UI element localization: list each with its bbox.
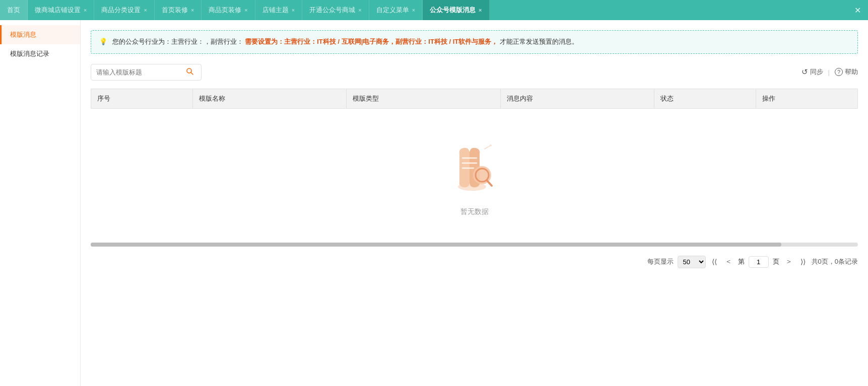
notice-box: 💡 您的公众号行业为：主营行业：，副营行业： 需要设置为：主营行业：IT科技 /… xyxy=(91,30,858,54)
close-all-button[interactable]: ✕ xyxy=(847,6,868,15)
notice-prefix: 您的公众号行业为：主营行业：，副营行业： xyxy=(112,38,243,45)
top-nav: 首页微商城店铺设置 ×商品分类设置 ×首页装修 ×商品页装修 ×店铺主题 ×开通… xyxy=(0,0,868,20)
main-content: 💡 您的公众号行业为：主营行业：，副营行业： 需要设置为：主营行业：IT科技 /… xyxy=(81,20,868,386)
col-header-message-content: 消息内容 xyxy=(500,89,654,108)
notice-highlight: 需要设置为：主营行业：IT科技 / 互联网|电子商务，副营行业：IT科技 / I… xyxy=(245,38,498,45)
tab-close-icon[interactable]: × xyxy=(358,7,361,13)
scroll-thumb xyxy=(91,243,781,247)
nav-tab-wechat-shop[interactable]: 微商城店铺设置 × xyxy=(28,0,94,20)
sync-label: 同步 xyxy=(810,67,823,76)
nav-tab-product-category[interactable]: 商品分类设置 × xyxy=(94,0,154,20)
tab-close-icon[interactable]: × xyxy=(292,7,295,13)
search-input-wrap xyxy=(91,64,202,81)
tab-close-icon[interactable]: × xyxy=(412,7,415,13)
sidebar: 模版消息模版消息记录 xyxy=(0,20,81,386)
horizontal-scrollbar[interactable] xyxy=(91,243,858,247)
nav-tab-template-message[interactable]: 公众号模版消息 × xyxy=(423,0,489,20)
pagination: 每页显示 102050100 ⟨⟨ ＜ 第 页 ＞ ⟩⟩ 共0页，0条记录 xyxy=(91,253,858,271)
search-button[interactable] xyxy=(182,64,198,80)
notice-icon: 💡 xyxy=(99,38,107,45)
svg-line-9 xyxy=(485,146,490,149)
nav-tab-shop-theme[interactable]: 店铺主题 × xyxy=(255,0,302,20)
col-header-template-name: 模版名称 xyxy=(193,89,347,108)
notice-suffix: 才能正常发送预置的消息。 xyxy=(500,38,578,45)
nav-tab-open-wechat-mall[interactable]: 开通公众号商城 × xyxy=(302,0,369,20)
per-page-select[interactable]: 102050100 xyxy=(678,256,706,268)
last-page-button[interactable]: ⟩⟩ xyxy=(798,257,808,267)
page-label: 第 xyxy=(738,257,745,266)
svg-line-8 xyxy=(487,180,492,186)
tab-close-icon[interactable]: × xyxy=(84,7,87,13)
help-icon: ? xyxy=(835,68,843,76)
empty-illustration xyxy=(444,139,505,199)
col-header-index: 序号 xyxy=(91,89,193,108)
help-button[interactable]: ? 帮助 xyxy=(835,67,858,76)
sync-button[interactable]: ↺ 同步 xyxy=(802,67,823,76)
col-header-actions: 操作 xyxy=(756,89,857,108)
sync-icon: ↺ xyxy=(802,67,808,76)
nav-tab-home[interactable]: 首页 xyxy=(0,0,28,20)
toolbar-right: ↺ 同步 | ? 帮助 xyxy=(802,67,858,76)
search-icon xyxy=(186,67,194,75)
page-number-input[interactable] xyxy=(749,256,769,268)
page-unit: 页 xyxy=(773,257,779,266)
empty-text: 暂无数据 xyxy=(460,207,489,216)
nav-tab-custom-menu[interactable]: 自定义菜单 × xyxy=(369,0,423,20)
search-bar: ↺ 同步 | ? 帮助 xyxy=(91,64,858,81)
tab-close-icon[interactable]: × xyxy=(144,7,147,13)
tab-close-icon[interactable]: × xyxy=(479,7,482,13)
empty-state: 暂无数据 xyxy=(91,109,858,237)
first-page-button[interactable]: ⟨⟨ xyxy=(710,257,719,267)
search-input[interactable] xyxy=(91,65,182,79)
sidebar-item-template-msg[interactable]: 模版消息 xyxy=(0,25,80,44)
col-header-template-type: 模版类型 xyxy=(347,89,500,108)
svg-point-10 xyxy=(490,144,492,146)
main-layout: 模版消息模版消息记录 💡 您的公众号行业为：主营行业：，副营行业： 需要设置为：… xyxy=(0,20,868,386)
help-label: 帮助 xyxy=(845,67,858,76)
nav-tab-homepage-decor[interactable]: 首页装修 × xyxy=(155,0,202,20)
total-info: 共0页，0条记录 xyxy=(812,257,858,266)
prev-page-button[interactable]: ＜ xyxy=(723,256,734,267)
per-page-label: 每页显示 xyxy=(647,257,674,266)
svg-line-1 xyxy=(191,72,193,74)
toolbar-divider: | xyxy=(828,68,830,76)
next-page-button[interactable]: ＞ xyxy=(783,256,794,267)
nav-tab-product-page-decor[interactable]: 商品页装修 × xyxy=(202,0,255,20)
tab-close-icon[interactable]: × xyxy=(191,7,194,13)
col-header-status: 状态 xyxy=(654,89,756,108)
sidebar-item-template-msg-log[interactable]: 模版消息记录 xyxy=(0,44,80,63)
data-table: 序号模版名称模版类型消息内容状态操作 xyxy=(91,89,858,109)
tab-close-icon[interactable]: × xyxy=(244,7,247,13)
